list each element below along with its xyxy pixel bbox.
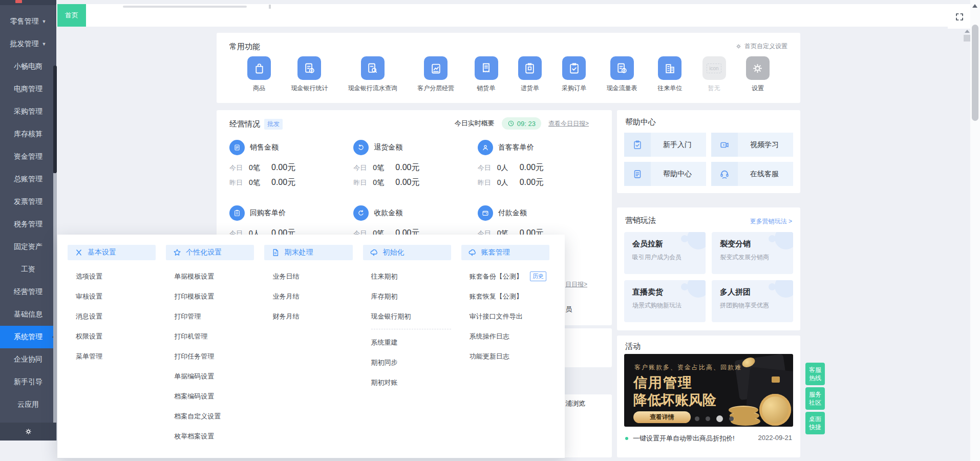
sidebar-item[interactable]: 系统管理 <box>0 326 56 348</box>
flyout-menu-item[interactable]: 档案自定义设置 <box>166 406 254 426</box>
bullet-dot <box>625 437 628 440</box>
sidebar-item[interactable]: 基础信息 <box>0 303 56 326</box>
flyout-menu-item[interactable]: 期初对账 <box>363 372 451 392</box>
scrollbar-thumb[interactable] <box>972 25 978 121</box>
history-badge[interactable]: 历史 <box>530 271 546 281</box>
function-icon-box <box>361 56 385 80</box>
flyout-menu-item[interactable]: 打印模板设置 <box>166 286 254 306</box>
common-function-item[interactable]: 进货单 <box>518 56 542 93</box>
fullscreen-icon <box>955 12 964 22</box>
report-link-fragment[interactable]: 日日报> <box>565 280 587 289</box>
common-function-item[interactable]: 现金银行统计 <box>291 56 328 93</box>
sidebar-item[interactable]: 总账管理 <box>0 168 56 191</box>
activity-card: 活动 客户账款多、资金占比高、回款难 信用管理 降低坏账风险 查看详情 一键设置… <box>617 336 800 457</box>
settings-gear-icon[interactable] <box>24 427 33 436</box>
sidebar-item[interactable]: 税务管理 <box>0 213 56 236</box>
sidebar-item[interactable]: 新手引导 <box>0 371 56 393</box>
flyout-menu-item[interactable]: 单据模板设置 <box>166 266 254 286</box>
marketing-tile[interactable]: 裂变分销 裂变式发展分销商 <box>712 232 793 274</box>
help-tile-icon <box>624 162 651 186</box>
flyout-menu-item[interactable]: 选项设置 <box>68 266 156 286</box>
help-tile[interactable]: 视频学习 <box>711 133 793 157</box>
more-marketing-link[interactable]: 更多营销玩法 > <box>750 217 792 226</box>
sidebar-item[interactable]: 库存核算 <box>0 123 56 145</box>
common-function-item[interactable]: 商品 <box>247 56 271 93</box>
marketing-tile[interactable]: 多人拼团 拼团购物享受优惠 <box>712 280 793 322</box>
function-icon-box <box>610 56 634 80</box>
common-function-item-settings[interactable]: 设置 <box>746 56 770 93</box>
flyout-menu-item[interactable]: 库存期初 <box>363 286 451 306</box>
sidebar-item[interactable]: 固定资产 <box>0 236 56 258</box>
browser-scrollbar[interactable] <box>970 0 980 461</box>
flyout-menu-item[interactable]: 审计接口文件导出 <box>461 306 549 326</box>
common-function-item[interactable]: 采购订单 <box>562 56 586 93</box>
help-tile[interactable]: 在线客服 <box>711 162 793 186</box>
tab-home[interactable]: 首页 <box>57 4 86 27</box>
metric-label: 退货金额 <box>374 143 402 152</box>
flyout-menu-item[interactable]: 权限设置 <box>68 326 156 346</box>
flyout-header-icon <box>173 248 182 257</box>
sidebar-item[interactable]: 电商管理 <box>0 78 56 100</box>
flyout-item-label: 权限设置 <box>76 332 102 341</box>
flyout-menu-item[interactable]: 打印机管理 <box>166 326 254 346</box>
flyout-menu-item[interactable]: 系统操作日志 <box>461 326 549 346</box>
flyout-menu-item[interactable]: 现金银行期初 <box>363 306 451 326</box>
scroll-up-arrow-icon[interactable] <box>972 4 977 8</box>
content-scroll-up-icon[interactable] <box>965 30 970 33</box>
common-function-item[interactable]: 现金银行流水查询 <box>348 56 397 93</box>
sidebar-item[interactable]: 零售管理 ▼ <box>0 10 56 33</box>
marketing-tile[interactable]: 会员拉新 吸引用户成为会员 <box>624 232 706 274</box>
tab-scrollbar[interactable] <box>123 6 247 8</box>
flyout-menu-item[interactable]: 打印管理 <box>166 306 254 326</box>
sidebar-item[interactable]: 采购管理 <box>0 100 56 123</box>
common-function-item[interactable]: 现金流量表 <box>607 56 637 93</box>
flyout-menu-item[interactable]: 系统重建 <box>363 332 451 352</box>
floating-service-button[interactable]: 客服 热线 <box>805 363 825 385</box>
daily-report-link[interactable]: 查看今日日报> <box>548 119 589 128</box>
floating-service-button[interactable]: 服务 社区 <box>805 387 825 410</box>
flyout-menu-item[interactable]: 往来期初 <box>363 266 451 286</box>
banner-cta-button[interactable]: 查看详情 <box>633 411 691 423</box>
sidebar-item[interactable]: 云应用 <box>0 393 56 416</box>
common-function-item[interactable]: 往来单位 <box>657 56 682 93</box>
news-item[interactable]: 一键设置开单自动带出商品折扣价! 2022-09-21 <box>625 434 792 443</box>
flyout-menu-item[interactable]: 账套恢复【公测】 <box>461 286 549 306</box>
help-tile[interactable]: 帮助中心 <box>624 162 706 186</box>
sidebar-item[interactable]: 企业协同 <box>0 348 56 371</box>
flyout-menu-item[interactable]: 期初同步 <box>363 352 451 372</box>
flyout-menu-item[interactable]: 审核设置 <box>68 286 156 306</box>
flyout-menu-item[interactable]: 财务月结 <box>264 306 352 326</box>
flyout-item-label: 功能更新日志 <box>470 352 509 361</box>
flyout-menu-item[interactable]: 业务月结 <box>264 286 352 306</box>
sidebar-item[interactable]: 经营管理 <box>0 281 56 303</box>
flyout-menu-item[interactable]: 枚举档案设置 <box>166 426 254 446</box>
home-customize-button[interactable]: 首页自定义设置 <box>735 42 787 51</box>
sidebar-item[interactable]: 资金管理 <box>0 145 56 168</box>
activity-banner[interactable]: 客户账款多、资金占比高、回款难 信用管理 降低坏账风险 查看详情 <box>624 354 793 427</box>
sidebar-item[interactable]: 发票管理 <box>0 191 56 213</box>
floating-service-button[interactable]: 桌面 快捷 <box>805 412 825 434</box>
yesterday-label: 昨日 <box>353 178 373 187</box>
sidebar-item[interactable]: 小畅电商 <box>0 55 56 78</box>
flyout-menu-item[interactable]: 打印任务管理 <box>166 346 254 366</box>
flyout-menu-item[interactable]: 功能更新日志 <box>461 346 549 366</box>
flyout-menu-item[interactable]: 单据编码设置 <box>166 366 254 386</box>
help-tile[interactable]: 新手入门 <box>624 133 706 157</box>
carousel-dots[interactable] <box>695 415 734 422</box>
sidebar-item[interactable]: 工资 <box>0 258 56 281</box>
common-function-item[interactable]: 客户分层经营 <box>417 56 454 93</box>
fullscreen-button[interactable] <box>948 5 971 29</box>
content-scroll-thumb[interactable] <box>964 35 970 41</box>
flyout-menu-item[interactable]: 业务日结 <box>264 266 352 286</box>
flyout-menu-item[interactable]: 档案编码设置 <box>166 386 254 406</box>
sidebar-item[interactable]: 批发管理 ▼ <box>0 33 56 55</box>
flyout-menu-item[interactable]: 账套备份【公测】 历史 <box>461 266 549 286</box>
function-label: 现金流量表 <box>607 84 637 93</box>
sidebar-scrollbar-track[interactable] <box>53 173 57 441</box>
sidebar-scrollbar-thumb[interactable] <box>53 66 57 173</box>
metric-label: 付款金额 <box>498 208 527 218</box>
common-function-item[interactable]: 销货单 <box>475 56 498 93</box>
flyout-menu-item[interactable]: 菜单管理 <box>68 346 156 366</box>
flyout-menu-item[interactable]: 消息设置 <box>68 306 156 326</box>
marketing-tile[interactable]: 直播卖货 场景式购物新玩法 <box>624 280 706 322</box>
